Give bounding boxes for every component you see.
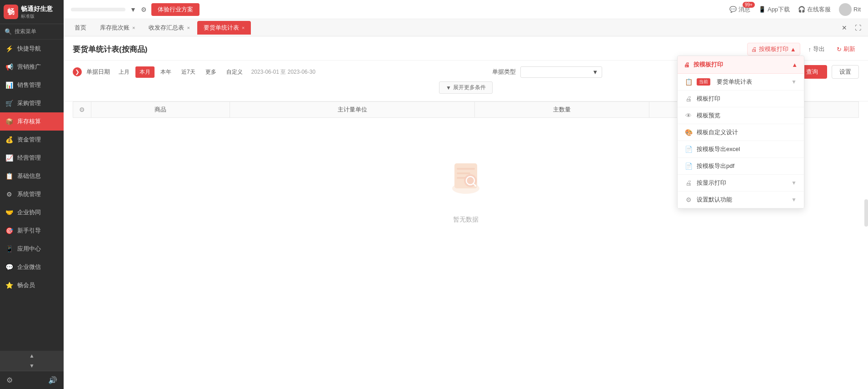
export-excel-label: 按模板导出excel bbox=[697, 145, 740, 153]
volume-icon[interactable]: 🔊 bbox=[48, 376, 57, 384]
close-inventory-batch-icon[interactable]: × bbox=[132, 25, 135, 30]
dropdown-arrow-icon[interactable]: ▼ bbox=[130, 6, 136, 13]
sidebar-search[interactable]: 🔍 搜索菜单 bbox=[0, 24, 64, 40]
user-name: Rit bbox=[853, 6, 861, 13]
sidebar-item-newguide[interactable]: 🎯 新手引导 bbox=[0, 222, 64, 240]
collab-icon: 🤝 bbox=[5, 209, 14, 216]
sidebar-item-member[interactable]: ⭐ 畅会员 bbox=[0, 276, 64, 294]
app-download-btn[interactable]: 📱 App下载 bbox=[758, 5, 790, 14]
chevron-up-icon: ▲ bbox=[790, 46, 796, 53]
last-month-btn[interactable]: 上月 bbox=[115, 66, 134, 78]
empty-icon bbox=[443, 154, 489, 208]
print-dropdown-btn[interactable]: 🖨 按模板打印 ▲ bbox=[747, 43, 800, 56]
sidebar-item-operation[interactable]: 📈 经营管理 bbox=[0, 149, 64, 167]
default-func-chevron: ▼ bbox=[791, 197, 797, 203]
expand-more-btn[interactable]: ▼ 展开更多条件 bbox=[439, 81, 493, 94]
avatar-image bbox=[839, 3, 852, 16]
refresh-label: 刷新 bbox=[843, 45, 855, 53]
nav-label: 库存核算 bbox=[17, 117, 41, 126]
custom-date-btn[interactable]: 自定义 bbox=[222, 66, 247, 78]
main-area: ▼ ⚙ 体验行业方案 💬 消息 99+ 📱 App下载 🎧 在线客服 Rit bbox=[64, 0, 868, 389]
close-order-stats-icon[interactable]: × bbox=[242, 25, 244, 30]
sidebar: 畅 畅通好生意 标准版 🔍 搜索菜单 ⚡ 快捷导航 📢 营销推广 📊 销售管理 … bbox=[0, 0, 64, 389]
online-support-btn[interactable]: 🎧 在线客服 bbox=[798, 5, 831, 14]
online-support-label: 在线客服 bbox=[807, 5, 831, 14]
member-icon: ⭐ bbox=[5, 282, 14, 289]
display-print-chevron: ▼ bbox=[791, 180, 797, 186]
tab-home[interactable]: 首页 bbox=[68, 21, 93, 35]
collapse-filter-btn[interactable]: ❯ bbox=[73, 67, 82, 76]
sidebar-item-marketing[interactable]: 📢 营销推广 bbox=[0, 58, 64, 76]
col-quantity: 主数量 bbox=[475, 102, 649, 118]
template-preview-item[interactable]: 👁 模板预览 bbox=[678, 107, 804, 124]
table-settings-icon[interactable]: ⚙ bbox=[79, 106, 85, 113]
sidebar-logo: 畅 畅通好生意 标准版 bbox=[0, 0, 64, 24]
svg-rect-2 bbox=[457, 168, 475, 170]
empty-text: 暂无数据 bbox=[453, 216, 479, 224]
export-pdf-label: 按模板导出pdf bbox=[697, 162, 734, 170]
sidebar-item-inventory[interactable]: 📦 库存核算 bbox=[0, 112, 64, 131]
tab-receivables[interactable]: 收发存汇总表 × bbox=[142, 21, 196, 35]
template-print-label: 模板打印 bbox=[697, 95, 720, 103]
settings-icon[interactable]: ⚙ bbox=[6, 376, 13, 384]
wechat-icon: 💬 bbox=[5, 263, 14, 271]
current-template-label: 要货单统计表 bbox=[717, 78, 752, 86]
receivables-label: 收发存汇总表 bbox=[149, 24, 184, 32]
current-badge: 当前 bbox=[697, 78, 710, 86]
sidebar-item-finance[interactable]: 💰 资金管理 bbox=[0, 131, 64, 149]
sidebar-scroll-down[interactable]: ▼ bbox=[0, 361, 64, 371]
settings-btn[interactable]: 设置 bbox=[832, 65, 859, 79]
template-custom-item[interactable]: 🎨 模板自定义设计 bbox=[678, 124, 804, 141]
appcenter-icon: 📱 bbox=[5, 245, 14, 253]
current-year-btn[interactable]: 本年 bbox=[156, 66, 175, 78]
tab-inventory-batch[interactable]: 库存批次账 × bbox=[94, 21, 141, 35]
refresh-btn[interactable]: ↻ 刷新 bbox=[833, 43, 859, 55]
close-tab-btn[interactable]: ✕ bbox=[839, 22, 850, 33]
sidebar-item-wechat[interactable]: 💬 企业微信 bbox=[0, 258, 64, 276]
sidebar-scroll-up[interactable]: ▲ bbox=[0, 351, 64, 361]
sidebar-item-collab[interactable]: 🤝 企业协同 bbox=[0, 203, 64, 222]
sidebar-item-quicknav[interactable]: ⚡ 快捷导航 bbox=[0, 40, 64, 58]
sidebar-item-appcenter[interactable]: 📱 应用中心 bbox=[0, 240, 64, 258]
sidebar-item-system[interactable]: ⚙ 系统管理 bbox=[0, 185, 64, 203]
display-print-item[interactable]: 🖨 按显示打印 ▼ bbox=[678, 175, 804, 192]
purchase-icon: 🛒 bbox=[5, 100, 14, 107]
export-btn[interactable]: ↑ 导出 bbox=[805, 43, 829, 55]
nav-label: 快捷导航 bbox=[17, 45, 41, 53]
template-print-item[interactable]: 🖨 模板打印 bbox=[678, 91, 804, 107]
order-stats-label: 要货单统计表 bbox=[204, 24, 239, 32]
close-receivables-icon[interactable]: × bbox=[187, 25, 190, 30]
sidebar-nav: ⚡ 快捷导航 📢 营销推广 📊 销售管理 🛒 采购管理 📦 库存核算 💰 资金管… bbox=[0, 40, 64, 351]
gear-icon[interactable]: ⚙ bbox=[141, 6, 147, 13]
user-avatar[interactable]: Rit bbox=[839, 3, 861, 16]
sidebar-item-basic[interactable]: 📋 基础信息 bbox=[0, 167, 64, 185]
messages-btn[interactable]: 💬 消息 99+ bbox=[729, 5, 750, 14]
nav-label: 企业协同 bbox=[17, 208, 41, 217]
scrollbar[interactable] bbox=[864, 199, 868, 227]
export-pdf-item[interactable]: 📄 按模板导出pdf bbox=[678, 158, 804, 175]
last-7days-btn[interactable]: 近7天 bbox=[177, 66, 200, 78]
inventory-batch-label: 库存批次账 bbox=[100, 24, 130, 32]
experience-btn[interactable]: 体验行业方案 bbox=[151, 3, 200, 16]
more-dates-btn[interactable]: 更多 bbox=[201, 66, 220, 78]
doc-type-select[interactable]: ▼ bbox=[520, 66, 602, 78]
refresh-icon: ↻ bbox=[837, 46, 842, 53]
maximize-btn[interactable]: ⛶ bbox=[853, 22, 863, 33]
current-month-btn[interactable]: 本月 bbox=[135, 66, 155, 78]
sidebar-item-sales[interactable]: 📊 销售管理 bbox=[0, 76, 64, 94]
newguide-icon: 🎯 bbox=[5, 227, 14, 234]
current-template-item[interactable]: 📋 当前 要货单统计表 ▼ bbox=[678, 74, 804, 91]
export-excel-item[interactable]: 📄 按模板导出excel bbox=[678, 141, 804, 158]
logo-main-text: 畅通好生意 bbox=[21, 5, 53, 13]
svg-rect-3 bbox=[457, 172, 470, 174]
tabs-bar: 首页 库存批次账 × 收发存汇总表 × 要货单统计表 × ✕ ⛶ bbox=[64, 19, 868, 36]
default-func-item[interactable]: ⚙ 设置默认功能 ▼ bbox=[678, 192, 804, 208]
template-preview-label: 模板预览 bbox=[697, 111, 720, 120]
app-icon: 📱 bbox=[758, 6, 766, 13]
default-func-label: 设置默认功能 bbox=[697, 196, 732, 204]
tab-order-stats[interactable]: 要货单统计表 × bbox=[197, 21, 251, 35]
dropdown-close-icon[interactable]: ▲ bbox=[792, 61, 798, 68]
display-print-label: 按显示打印 bbox=[697, 179, 726, 187]
nav-label: 采购管理 bbox=[17, 99, 41, 107]
sidebar-item-purchase[interactable]: 🛒 采购管理 bbox=[0, 94, 64, 112]
